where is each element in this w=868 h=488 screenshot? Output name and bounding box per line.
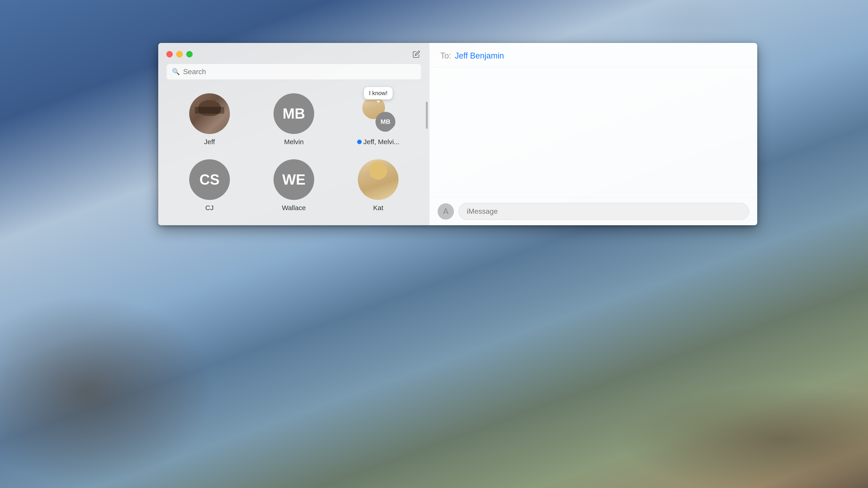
app-store-icon: A: [443, 207, 448, 216]
contact-cj[interactable]: CS CJ: [167, 155, 252, 216]
compose-icon: [412, 51, 420, 58]
contact-name-wallace: Wallace: [282, 204, 306, 212]
avatar-wallace: WE: [274, 159, 314, 200]
contact-melvin[interactable]: MB Melvin: [252, 89, 336, 150]
contact-name-jeff: Jeff: [204, 138, 215, 146]
close-button[interactable]: [166, 51, 173, 57]
conversation-header: To: Jeff Benjamin: [430, 43, 757, 67]
compose-button[interactable]: [411, 49, 421, 59]
group-avatar-bottom: MB: [375, 112, 395, 132]
messages-list-panel: 🔍 Jeff MB Melvin I know!: [158, 43, 430, 225]
contact-name-group: Jeff, Melvi...: [357, 138, 400, 146]
conversation-panel: To: Jeff Benjamin A: [430, 43, 757, 225]
contacts-grid: Jeff MB Melvin I know! MB: [158, 85, 430, 225]
app-store-button[interactable]: A: [438, 203, 454, 220]
conversation-footer: A: [430, 197, 757, 225]
tooltip-bubble: I know!: [364, 87, 393, 99]
contact-group[interactable]: I know! MB Jeff, Melvi...: [336, 89, 421, 150]
to-label: To:: [440, 51, 451, 61]
titlebar: [158, 43, 430, 64]
avatar-kat: [358, 159, 399, 200]
contact-name-melvin: Melvin: [284, 138, 304, 146]
contact-jeff[interactable]: Jeff: [167, 89, 252, 150]
scrollbar-track: [426, 102, 428, 216]
avatar-melvin: MB: [274, 93, 314, 134]
avatar-jeff: [189, 93, 230, 134]
avatar-cj: CS: [189, 159, 230, 200]
contact-name-cj: CJ: [205, 204, 214, 212]
contact-kat[interactable]: Kat: [336, 155, 421, 216]
search-input[interactable]: [183, 68, 416, 76]
maximize-button[interactable]: [186, 51, 193, 57]
search-icon: 🔍: [172, 68, 180, 75]
imessage-input[interactable]: [458, 203, 749, 220]
contact-name-kat: Kat: [373, 204, 383, 212]
conversation-body: [430, 67, 757, 197]
search-bar[interactable]: 🔍: [166, 64, 421, 80]
traffic-lights: [166, 51, 193, 57]
scrollbar-thumb[interactable]: [426, 102, 428, 129]
minimize-button[interactable]: [176, 51, 183, 57]
messages-window: 🔍 Jeff MB Melvin I know!: [158, 43, 757, 225]
online-indicator: [357, 140, 362, 144]
recipient-name: Jeff Benjamin: [455, 51, 504, 61]
contact-wallace[interactable]: WE Wallace: [252, 155, 336, 216]
avatar-group: MB: [358, 93, 399, 134]
